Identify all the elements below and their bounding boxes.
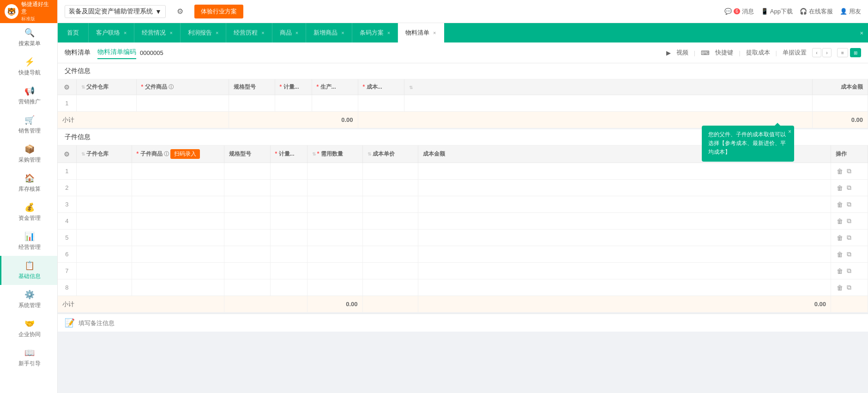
delete-icon[interactable]: 🗑: [836, 167, 844, 176]
child-unit-cell[interactable]: [270, 230, 307, 246]
child-qty-cell[interactable]: [307, 196, 362, 213]
child-unit-cost-cell[interactable]: [362, 213, 418, 230]
child-spec-cell[interactable]: [224, 279, 270, 296]
info-icon[interactable]: ⓘ: [169, 84, 174, 90]
child-product-cell[interactable]: [132, 246, 224, 263]
parent-cost-cell[interactable]: [358, 95, 404, 112]
child-unit-cell[interactable]: [270, 213, 307, 230]
sidebar-item-quick-nav[interactable]: ⚡ 快捷导航: [0, 52, 57, 81]
child-unit-cell[interactable]: [270, 263, 307, 279]
child-warehouse-cell[interactable]: [76, 180, 132, 196]
user-item[interactable]: 👤 用友: [840, 7, 861, 16]
child-warehouse-cell[interactable]: [76, 246, 132, 263]
copy-icon[interactable]: ⧉: [846, 183, 852, 193]
child-product-cell[interactable]: [132, 263, 224, 279]
child-spec-cell[interactable]: [224, 263, 270, 279]
child-warehouse-cell[interactable]: [76, 163, 132, 180]
child-unit-cell[interactable]: [270, 279, 307, 296]
child-warehouse-cell[interactable]: [76, 279, 132, 296]
close-icon[interactable]: ×: [387, 30, 390, 36]
delete-icon[interactable]: 🗑: [836, 233, 844, 242]
child-unit-cost-cell[interactable]: [362, 263, 418, 279]
child-qty-cell[interactable]: [307, 180, 362, 196]
child-qty-cell[interactable]: [307, 279, 362, 296]
child-spec-cell[interactable]: [224, 230, 270, 246]
child-unit-cost-cell[interactable]: [362, 230, 418, 246]
child-warehouse-cell[interactable]: [76, 230, 132, 246]
tab-business[interactable]: 经营情况 ×: [134, 23, 180, 42]
tab-profit[interactable]: 利润报告 ×: [181, 23, 226, 42]
table-view-btn[interactable]: ⊞: [850, 48, 861, 57]
child-product-cell[interactable]: [132, 163, 224, 180]
tab-products[interactable]: 商品 ×: [272, 23, 306, 42]
child-product-cell[interactable]: [132, 230, 224, 246]
child-qty-cell[interactable]: [307, 230, 362, 246]
parent-spec-cell[interactable]: [229, 95, 275, 112]
sub-tab-bom-code[interactable]: 物料清单编码: [97, 46, 136, 59]
note-input[interactable]: [78, 320, 861, 326]
parent-unit-cell[interactable]: [275, 95, 312, 112]
delete-icon[interactable]: 🗑: [836, 183, 844, 193]
tab-barcode[interactable]: 条码方案 ×: [352, 23, 398, 42]
extract-cost-label[interactable]: 提取成本: [746, 48, 770, 57]
trial-btn[interactable]: 体验行业方案: [194, 5, 243, 18]
child-unit-cost-cell[interactable]: [362, 196, 418, 213]
child-product-cell[interactable]: [132, 279, 224, 296]
close-icon[interactable]: ×: [341, 30, 344, 36]
child-qty-cell[interactable]: [307, 163, 362, 180]
close-icon[interactable]: ×: [788, 127, 791, 136]
child-unit-cell[interactable]: [270, 196, 307, 213]
shortcut-label[interactable]: 快捷键: [715, 48, 733, 57]
copy-icon[interactable]: ⧉: [846, 266, 852, 276]
tab-home[interactable]: 首页: [58, 23, 89, 42]
close-bom-icon[interactable]: ×: [433, 30, 436, 36]
message-item[interactable]: 💬 6 消息: [724, 7, 754, 16]
child-qty-cell[interactable]: [307, 213, 362, 230]
app-download-item[interactable]: 📱 App下载: [761, 7, 793, 16]
child-product-cell[interactable]: [132, 180, 224, 196]
delete-icon[interactable]: 🗑: [836, 283, 844, 292]
sidebar-item-marketing[interactable]: 📢 营销推广: [0, 81, 57, 110]
online-service-item[interactable]: 🎧 在线客服: [800, 7, 833, 16]
delete-icon[interactable]: 🗑: [836, 200, 844, 209]
sidebar-item-enterprise[interactable]: 🤝 企业协同: [0, 314, 57, 343]
child-unit-cost-cell[interactable]: [362, 246, 418, 263]
sidebar-item-guide[interactable]: 📖 新手引导: [0, 343, 57, 372]
sidebar-item-basic-info[interactable]: 📋 基础信息: [0, 256, 57, 285]
sidebar-item-inventory[interactable]: 🏠 库存核算: [0, 169, 57, 198]
delete-icon[interactable]: 🗑: [836, 266, 844, 276]
tab-new-products[interactable]: 新增商品 ×: [306, 23, 352, 42]
child-warehouse-cell[interactable]: [76, 196, 132, 213]
delete-icon[interactable]: 🗑: [836, 217, 844, 226]
sidebar-item-finance[interactable]: 💰 资金管理: [0, 198, 57, 227]
gear-icon[interactable]: ⚙: [62, 151, 72, 158]
close-icon[interactable]: ×: [124, 30, 127, 36]
child-product-cell[interactable]: [132, 196, 224, 213]
child-unit-cell[interactable]: [270, 180, 307, 196]
child-product-cell[interactable]: [132, 213, 224, 230]
tab-bom[interactable]: 物料清单 ×: [398, 23, 444, 42]
child-unit-cell[interactable]: [270, 246, 307, 263]
child-spec-cell[interactable]: [224, 196, 270, 213]
gear-settings-btn[interactable]: ⚙: [170, 4, 190, 18]
child-spec-cell[interactable]: [224, 180, 270, 196]
close-all-btn[interactable]: ×: [855, 30, 868, 36]
view-label[interactable]: 视频: [676, 48, 688, 57]
sidebar-item-purchase[interactable]: 📦 采购管理: [0, 139, 57, 169]
parent-warehouse-cell[interactable]: [76, 95, 136, 112]
child-spec-cell[interactable]: [224, 246, 270, 263]
close-icon[interactable]: ×: [169, 30, 172, 36]
gear-icon[interactable]: ⚙: [62, 84, 72, 91]
parent-production-cell[interactable]: [312, 95, 358, 112]
close-icon[interactable]: ×: [295, 30, 298, 36]
next-btn[interactable]: ›: [822, 48, 832, 57]
sidebar-item-system[interactable]: ⚙️ 系统管理: [0, 285, 57, 314]
child-unit-cell[interactable]: [270, 163, 307, 180]
close-icon[interactable]: ×: [261, 30, 264, 36]
sub-tab-bom-list[interactable]: 物料清单: [65, 47, 90, 59]
parent-product-cell[interactable]: [136, 95, 229, 112]
child-unit-cost-cell[interactable]: [362, 180, 418, 196]
info-icon[interactable]: ⓘ: [164, 151, 169, 157]
child-unit-cost-cell[interactable]: [362, 279, 418, 296]
list-view-btn[interactable]: ≡: [837, 48, 848, 57]
